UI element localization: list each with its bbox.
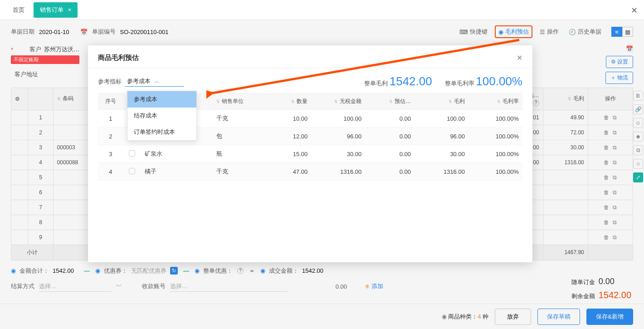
ref-indicator-value: 参考成本: [127, 78, 151, 84]
tab-close-icon[interactable]: ×: [68, 6, 72, 13]
mcell-rate: 100.00%: [468, 145, 522, 163]
dropdown-option-contract-cost[interactable]: 订单签约时成本: [127, 124, 196, 140]
total-rate-label: 整单毛利率: [445, 80, 474, 87]
modal-table-row[interactable]: 4橘子千克47.001316.000.001316.00100.00%: [98, 163, 522, 181]
mcell-qty: 47.00: [262, 163, 311, 181]
tab-sales-order-label: 销售订单: [40, 6, 63, 13]
mcol-profit-label: 毛利: [454, 98, 465, 104]
mcell-rate: 100.00%: [468, 128, 522, 145]
ref-indicator-dropdown: 参考成本 结存成本 订单签约时成本: [127, 91, 197, 141]
mcol-seq: 序号: [98, 93, 123, 110]
tab-sales-order[interactable]: 销售订单 ×: [34, 2, 78, 18]
mcell-est: 0.00: [365, 110, 415, 128]
modal-table-row[interactable]: 3矿泉水瓶15.0030.000.0030.00100.00%: [98, 145, 522, 163]
total-rate-value: 100.00%: [476, 74, 522, 88]
mcell-qty: 12.00: [262, 128, 311, 145]
mcell-amount: 96.00: [311, 128, 365, 145]
mcol-amount[interactable]: ⇅无税金额: [311, 93, 365, 110]
mcol-qty[interactable]: ⇅数量: [262, 93, 311, 110]
modal-summary: 整单毛利 1542.00 整单毛利率 100.00%: [364, 74, 522, 88]
row-checkbox[interactable]: [129, 150, 135, 157]
profit-estimate-modal: 商品毛利预估 ✕ 参考指标 参考成本 ︿ 整单毛利 1542.00 整单毛利率 …: [88, 45, 532, 262]
mcol-amount-label: 无税金额: [340, 98, 361, 104]
mcell-profit: 100.00: [415, 110, 468, 128]
mcell-name: 矿泉水: [141, 145, 213, 163]
row-checkbox[interactable]: [129, 168, 135, 174]
mcell-unit: 瓶: [213, 145, 262, 163]
ref-indicator-label: 参考指标: [98, 78, 122, 86]
mcell-amount: 30.00: [311, 145, 365, 163]
modal-topbar: 参考指标 参考成本 ︿ 整单毛利 1542.00 整单毛利率 100.00%: [88, 68, 532, 93]
mcell-profit: 30.00: [415, 145, 468, 163]
mcell-seq: 1: [98, 110, 123, 128]
tab-home[interactable]: 首页: [7, 6, 30, 14]
mcell-name: 橘子: [141, 163, 213, 181]
mcol-unit-label: 销售单位: [222, 98, 244, 104]
mcol-est-label: 预估…: [395, 98, 411, 104]
modal-title: 商品毛利预估: [98, 54, 139, 62]
tabs-bar: 首页 销售订单 × ✕: [0, 0, 644, 20]
ref-indicator-select[interactable]: 参考成本 ︿: [125, 76, 184, 87]
mcell-rate: 100.00%: [468, 163, 522, 181]
mcell-amount: 1316.00: [311, 163, 365, 181]
mcell-qty: 15.00: [262, 145, 311, 163]
dropdown-option-reference-cost[interactable]: 参考成本: [127, 91, 196, 108]
modal-close-icon[interactable]: ✕: [517, 54, 522, 62]
mcell-est: 0.00: [365, 145, 415, 163]
mcell-amount: 100.00: [311, 110, 365, 128]
mcell-qty: 10.00: [262, 110, 311, 128]
mcell-est: 0.00: [365, 128, 415, 145]
mcol-profit[interactable]: ⇅毛利: [415, 93, 468, 110]
chevron-up-icon: ︿: [154, 78, 160, 84]
mcol-unit[interactable]: ⇅销售单位: [213, 93, 262, 110]
modal-header: 商品毛利预估 ✕: [88, 45, 532, 68]
mcell-est: 0.00: [365, 163, 415, 181]
mcol-qty-label: 数量: [297, 98, 307, 104]
tabs-close-all-icon[interactable]: ✕: [631, 5, 638, 15]
mcol-rate[interactable]: ⇅毛利率: [468, 93, 522, 110]
total-profit-value: 1542.00: [390, 74, 432, 88]
mcell-rate: 100.00%: [468, 110, 522, 128]
dropdown-option-balance-cost[interactable]: 结存成本: [127, 108, 196, 124]
mcell-unit: 千克: [213, 110, 262, 128]
mcell-seq: 2: [98, 128, 123, 145]
mcell-profit: 1316.00: [415, 163, 468, 181]
mcell-seq: 3: [98, 145, 123, 163]
mcell-seq: 4: [98, 163, 123, 181]
mcell-unit: 包: [213, 128, 262, 145]
mcol-rate-label: 毛利率: [503, 98, 519, 104]
mcell-unit: 千克: [213, 163, 262, 181]
mcol-est[interactable]: ⇅预估…: [365, 93, 415, 110]
total-profit-label: 整单毛利: [364, 80, 388, 87]
mcell-profit: 96.00: [415, 128, 468, 145]
